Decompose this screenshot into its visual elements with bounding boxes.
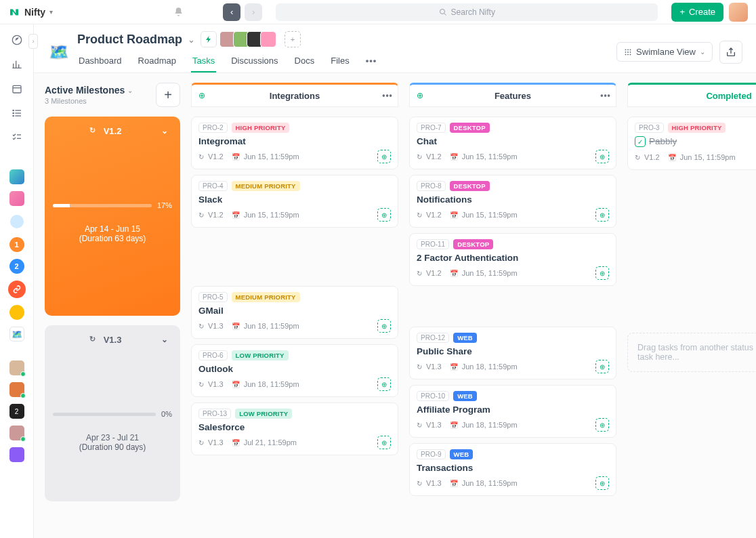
tab-docs[interactable]: Docs — [293, 50, 316, 73]
assign-button[interactable]: ⊕ — [595, 418, 609, 432]
task-title: Chat — [417, 136, 609, 146]
cycle-icon: ↻ — [417, 421, 422, 429]
user-avatar[interactable] — [729, 3, 748, 22]
chevron-down-icon[interactable]: ⌄ — [127, 87, 133, 94]
task-version: V1.2 — [426, 269, 442, 277]
task-card[interactable]: PRO-3 HIGH PRIORITY ✓Pabbly ↻V1.2 📅Jun 1… — [627, 117, 756, 170]
assign-button[interactable]: ⊕ — [595, 150, 609, 163]
assign-button[interactable]: ⊕ — [377, 319, 391, 333]
chevron-down-icon[interactable]: ⌄ — [188, 35, 195, 45]
search-input[interactable]: Search Nifty — [276, 3, 658, 21]
priority-badge: DESKTOP — [450, 123, 490, 133]
task-card[interactable]: PRO-7 DESKTOP Chat ↻V1.2 📅Jun 15, 11:59p… — [409, 117, 616, 169]
badge-orange[interactable]: 1 — [9, 237, 24, 252]
column-header: ⊕ Features ••• — [409, 83, 616, 107]
search-placeholder: Search Nifty — [451, 7, 495, 17]
tab-files[interactable]: Files — [329, 50, 350, 73]
task-due: Jun 18, 11:59pm — [244, 380, 299, 388]
task-version: V1.3 — [208, 380, 224, 388]
task-card[interactable]: PRO-9 WEB Transactions ↻V1.3 📅Jun 18, 11… — [409, 443, 616, 496]
svg-point-9 — [13, 112, 14, 113]
tab-more[interactable]: ••• — [364, 50, 379, 73]
create-button[interactable]: + Create — [671, 3, 723, 22]
assign-button[interactable]: ⊕ — [377, 150, 391, 163]
priority-badge: HIGH PRIORITY — [232, 123, 290, 133]
add-member-button[interactable]: + — [285, 31, 301, 47]
add-person-icon[interactable]: ⊕ — [192, 91, 212, 100]
cycle-icon: ↻ — [198, 381, 204, 388]
task-due: Jun 18, 11:59pm — [462, 363, 518, 371]
task-title: Salesforce — [198, 422, 391, 432]
column-menu-icon[interactable]: ••• — [595, 91, 616, 100]
analytics-icon[interactable] — [8, 56, 26, 73]
list-icon[interactable] — [8, 104, 26, 122]
milestone-card-v12[interactable]: ↻V1.2⌄ 17% Apr 14 - Jun 15 (Duration 63 … — [45, 117, 180, 316]
automation-button[interactable] — [201, 31, 217, 47]
team-avatar-1[interactable] — [9, 360, 24, 375]
assign-button[interactable]: ⊕ — [595, 208, 609, 222]
task-card[interactable]: PRO-5 MEDIUM PRIORITY GMail ↻V1.3 📅Jun 1… — [191, 286, 398, 339]
task-card[interactable]: PRO-8 DESKTOP Notifications ↻V1.2 📅Jun 1… — [409, 175, 616, 228]
task-card[interactable]: PRO-12 WEB Public Share ↻V1.3 📅Jun 18, 1… — [409, 327, 616, 379]
add-person-icon[interactable]: ⊕ — [410, 91, 430, 100]
member-avatars[interactable] — [222, 31, 276, 47]
task-id: PRO-7 — [417, 123, 446, 133]
task-card[interactable]: PRO-2 HIGH PRIORITY Integromat ↻V1.2 📅Ju… — [191, 117, 398, 169]
compass-icon[interactable] — [8, 31, 26, 49]
task-card[interactable]: PRO-10 WEB Affiliate Program ↻V1.3 📅Jun … — [409, 385, 616, 438]
project-color-2[interactable] — [9, 191, 24, 206]
project-yellow[interactable] — [9, 305, 24, 320]
count-tile[interactable]: 2 — [9, 404, 24, 419]
drop-zone[interactable]: Drag tasks from another status or add a … — [627, 333, 756, 372]
milestones-title[interactable]: Active Milestones — [45, 85, 125, 96]
project-map-active[interactable]: 🗺️ — [9, 327, 24, 342]
assign-button[interactable]: ⊕ — [595, 476, 609, 490]
team-avatar-2[interactable] — [9, 382, 24, 397]
task-id: PRO-6 — [198, 350, 228, 360]
team-avatar-3[interactable] — [9, 426, 24, 440]
chevron-down-icon[interactable]: ⌄ — [161, 126, 168, 136]
add-milestone-button[interactable]: + — [156, 83, 180, 107]
column-completed: Completed PRO-3 HIGH PRIORITY ✓Pabbly ↻V… — [627, 83, 756, 529]
calendar-icon: 📅 — [232, 439, 240, 447]
calendar-icon[interactable] — [8, 80, 26, 98]
svg-point-14 — [628, 49, 629, 50]
team-avatar-4[interactable] — [9, 447, 24, 462]
task-card[interactable]: PRO-13 LOW PRIORITY Salesforce ↻V1.3 📅Ju… — [191, 402, 398, 455]
milestone-card-v13[interactable]: ↻V1.3⌄ 0% Apr 23 - Jul 21 (Duration 90 d… — [45, 325, 180, 501]
share-button[interactable] — [719, 41, 742, 64]
task-version: V1.2 — [644, 153, 660, 161]
task-version: V1.2 — [208, 211, 224, 219]
tab-discussions[interactable]: Discussions — [230, 50, 279, 73]
workspace-switcher[interactable]: Nifty ▾ — [8, 6, 53, 18]
tab-dashboard[interactable]: Dashboard — [77, 50, 123, 73]
task-card[interactable]: PRO-11 DESKTOP 2 Factor Authentication ↻… — [409, 233, 616, 286]
notifications-icon[interactable] — [173, 7, 184, 17]
task-card[interactable]: PRO-6 LOW PRIORITY Outlook ↻V1.3 📅Jun 18… — [191, 344, 398, 397]
column-menu-icon[interactable]: ••• — [377, 91, 398, 100]
svg-rect-3 — [13, 85, 21, 93]
circle-avatar-icon[interactable] — [8, 213, 26, 230]
tab-roadmap[interactable]: Roadmap — [137, 50, 177, 73]
tab-tasks[interactable]: Tasks — [191, 50, 216, 73]
task-card[interactable]: PRO-4 MEDIUM PRIORITY Slack ↻V1.2 📅Jun 1… — [191, 175, 398, 228]
milestone-dates: Apr 14 - Jun 15 — [53, 224, 172, 234]
project-title[interactable]: Product Roadmap — [77, 33, 182, 47]
priority-badge: LOW PRIORITY — [235, 409, 292, 419]
task-id: PRO-10 — [417, 391, 449, 401]
assign-button[interactable]: ⊕ — [595, 266, 609, 280]
chevron-down-icon[interactable]: ⌄ — [161, 335, 168, 344]
project-color-1[interactable] — [9, 169, 24, 184]
assign-button[interactable]: ⊕ — [595, 360, 609, 373]
view-switcher[interactable]: Swimlane View ⌄ — [616, 42, 713, 62]
link-icon[interactable] — [8, 281, 26, 298]
badge-blue[interactable]: 2 — [9, 259, 24, 274]
calendar-icon: 📅 — [450, 421, 458, 429]
task-id: PRO-12 — [417, 333, 449, 343]
nav-back-button[interactable]: ‹ — [223, 3, 240, 21]
assign-button[interactable]: ⊕ — [377, 208, 391, 222]
assign-button[interactable]: ⊕ — [377, 436, 391, 449]
task-due: Jul 21, 11:59pm — [244, 438, 297, 447]
assign-button[interactable]: ⊕ — [377, 377, 391, 391]
tasks-icon[interactable] — [8, 129, 26, 146]
